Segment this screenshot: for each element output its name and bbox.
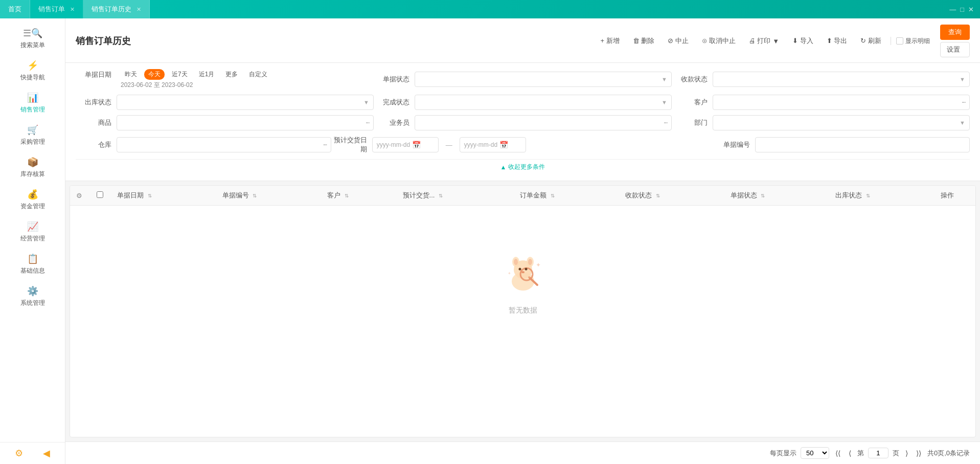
new-button[interactable]: + 新增 <box>597 34 624 48</box>
collapse-icon: ▲ <box>500 164 507 171</box>
export-button[interactable]: ⬆ 导出 <box>823 34 852 48</box>
sidebar-item-system[interactable]: ⚙️ 系统管理 <box>0 280 65 313</box>
per-page-select[interactable]: 50 10 20 100 <box>801 447 829 459</box>
sidebar-item-basic-info-label: 基础信息 <box>20 267 45 275</box>
delete-button[interactable]: 🗑 删除 <box>629 34 659 48</box>
data-table: ⚙ 单据日期 ⇅ 单据编号 ⇅ <box>70 186 975 206</box>
sidebar-settings-icon[interactable]: ⚙ <box>15 448 23 459</box>
tab-sales-order[interactable]: 销售订单 ✕ <box>30 0 83 18</box>
th-payment-status[interactable]: 收款状态 ⇅ <box>619 186 724 206</box>
sidebar: ☰🔍 搜索菜单 ⚡ 快捷导航 📊 销售管理 🛒 采购管理 📦 库存核算 💰 资金… <box>0 18 65 464</box>
cancel-stop-button[interactable]: ⊙ 取消中止 <box>698 34 740 48</box>
th-warehouse-status[interactable]: 出库状态 ⇅ <box>829 186 935 206</box>
prev-page-btn[interactable]: ⟨ <box>847 448 853 458</box>
complete-status-chevron: ▼ <box>662 99 667 105</box>
department-select[interactable]: ▼ <box>713 115 970 130</box>
sidebar-item-search-menu[interactable]: ☰🔍 搜索菜单 <box>0 23 65 55</box>
salesperson-label: 业务员 <box>374 118 415 127</box>
th-bill-status[interactable]: 单据状态 ⇅ <box>724 186 830 206</box>
first-page-btn[interactable]: ⟨⟨ <box>833 448 842 458</box>
date-today-btn[interactable]: 今天 <box>144 69 165 80</box>
customer-label: 客户 <box>672 98 713 107</box>
th-customer[interactable]: 客户 ⇅ <box>321 186 396 206</box>
sidebar-item-finance[interactable]: 💰 资金管理 <box>0 184 65 216</box>
tab-home[interactable]: 首页 <box>0 0 30 18</box>
search-menu-icon: ☰🔍 <box>23 28 42 39</box>
payment-status-select[interactable]: ▼ <box>713 72 970 87</box>
product-input[interactable]: ··· <box>117 115 374 130</box>
salesperson-ellipsis: ··· <box>664 118 667 127</box>
warehouse-status-select[interactable]: ▼ <box>117 95 374 110</box>
complete-status-select[interactable]: ▼ <box>415 95 672 110</box>
table-gear-icon[interactable]: ⚙ <box>76 192 82 200</box>
page-number-input[interactable] <box>868 448 888 458</box>
settings-button-label: 设置 <box>947 45 960 54</box>
warehouse-status-chevron: ▼ <box>363 99 369 105</box>
import-button[interactable]: ⬇ 导入 <box>788 34 817 48</box>
next-page-btn[interactable]: ⟩ <box>903 448 910 458</box>
th-actions: 操作 <box>935 186 975 206</box>
th-settings[interactable]: ⚙ <box>70 186 90 206</box>
warehouse-input[interactable]: ··· <box>117 137 331 152</box>
export-button-label: ⬆ 导出 <box>827 36 848 46</box>
salesperson-input[interactable]: ··· <box>415 115 672 130</box>
sidebar-bottom: ⚙ ◀ <box>0 442 65 464</box>
bill-status-chevron: ▼ <box>662 76 667 82</box>
refresh-button[interactable]: ↻ 刷新 <box>856 34 885 48</box>
refresh-button-label: ↻ 刷新 <box>860 36 881 46</box>
th-expected-date[interactable]: 预计交货... ⇅ <box>397 186 514 206</box>
date-custom-btn[interactable]: 自定义 <box>245 69 271 80</box>
display-cols-toggle[interactable]: 显示明细 <box>896 37 930 46</box>
collapse-filter-btn[interactable]: ▲ 收起更多条件 <box>76 159 970 174</box>
sort-customer-icon: ⇅ <box>345 193 349 198</box>
display-cols-checkbox[interactable] <box>896 37 903 45</box>
sidebar-item-system-label: 系统管理 <box>20 299 45 307</box>
table-footer: 每页显示 50 10 20 100 ⟨⟨ ⟨ 第 页 ⟩ ⟩⟩ 共0页,0条记录 <box>65 441 980 464</box>
new-button-label: + 新增 <box>601 36 620 46</box>
settings-button[interactable]: 设置 <box>940 42 970 57</box>
date-quick-buttons: 昨天 今天 近7天 近1月 更多 自定义 <box>121 69 271 80</box>
sidebar-collapse-icon[interactable]: ◀ <box>43 448 50 459</box>
bill-number-input[interactable] <box>755 137 970 152</box>
query-button[interactable]: 查询 <box>940 25 970 40</box>
print-dropdown-icon[interactable]: ▼ <box>772 37 779 45</box>
sidebar-item-finance-label: 资金管理 <box>20 202 45 211</box>
sidebar-item-basic-info[interactable]: 📋 基础信息 <box>0 248 65 280</box>
content-area: 销售订单历史 + 新增 🗑 删除 ⊘ 中止 ⊙ 取消中止 🖨 打印 ▼ <box>65 18 980 464</box>
tab-sales-order-close[interactable]: ✕ <box>70 6 75 13</box>
sidebar-item-quick-nav-label: 快捷导航 <box>20 73 45 82</box>
expected-date-to-value: yyyy-mm-dd <box>464 141 497 148</box>
th-checkbox[interactable] <box>90 186 111 206</box>
sidebar-item-quick-nav[interactable]: ⚡ 快捷导航 <box>0 55 65 87</box>
sidebar-item-operations[interactable]: 📈 经营管理 <box>0 216 65 248</box>
minimize-btn[interactable]: — <box>949 6 956 13</box>
date-7days-btn[interactable]: 近7天 <box>168 69 192 80</box>
bill-number-label: 单据编号 <box>714 140 755 149</box>
complete-status-label: 完成状态 <box>374 98 415 107</box>
sidebar-item-purchase-mgmt[interactable]: 🛒 采购管理 <box>0 119 65 151</box>
stop-button[interactable]: ⊘ 中止 <box>664 34 693 48</box>
select-all-checkbox[interactable] <box>97 191 103 198</box>
tab-sales-order-history[interactable]: 销售订单历史 ✕ <box>83 0 150 18</box>
th-date[interactable]: 单据日期 ⇅ <box>111 186 216 206</box>
customer-ellipsis: ··· <box>962 98 965 107</box>
last-page-btn[interactable]: ⟩⟩ <box>914 448 923 458</box>
expected-date-to-input[interactable]: yyyy-mm-dd 📅 <box>460 137 526 152</box>
date-more-btn[interactable]: 更多 <box>221 69 242 80</box>
print-button[interactable]: 🖨 打印 ▼ <box>745 34 784 48</box>
expected-date-from-input[interactable]: yyyy-mm-dd 📅 <box>372 137 439 152</box>
tab-sales-order-history-close[interactable]: ✕ <box>136 6 141 13</box>
purchase-mgmt-icon: 🛒 <box>27 124 38 136</box>
bill-status-select[interactable]: ▼ <box>415 72 672 87</box>
th-number[interactable]: 单据编号 ⇅ <box>216 186 322 206</box>
filter-row-3: 商品 ··· 业务员 ··· 部门 <box>76 115 970 130</box>
quick-nav-icon: ⚡ <box>27 60 38 71</box>
sidebar-item-inventory[interactable]: 📦 库存核算 <box>0 151 65 184</box>
date-1month-btn[interactable]: 近1月 <box>195 69 219 80</box>
date-yesterday-btn[interactable]: 昨天 <box>121 69 141 80</box>
customer-input[interactable]: ··· <box>713 95 970 110</box>
th-amount[interactable]: 订单金额 ⇅ <box>514 186 619 206</box>
maximize-btn[interactable]: □ <box>960 6 964 13</box>
sidebar-item-sales-mgmt[interactable]: 📊 销售管理 <box>0 87 65 119</box>
close-btn[interactable]: ✕ <box>968 6 974 13</box>
